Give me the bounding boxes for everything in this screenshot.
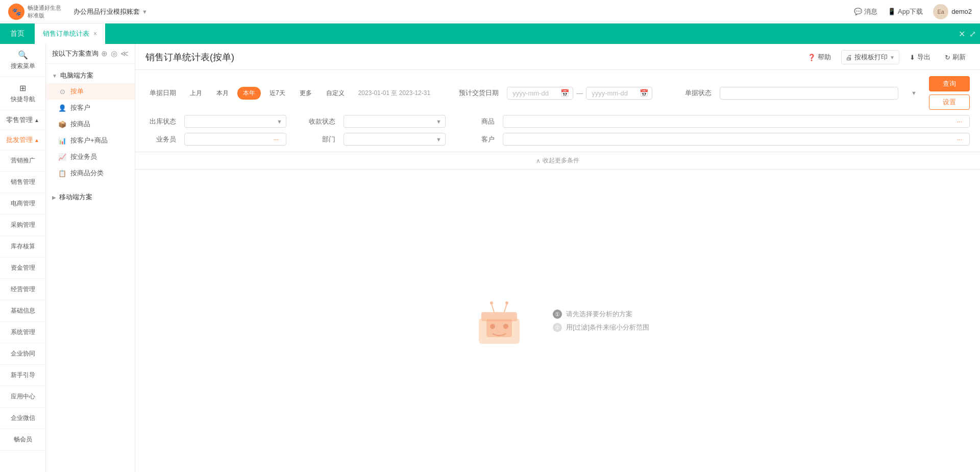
sidebar-item-wholesale[interactable]: 批发管理 ▲ (0, 130, 45, 150)
shipment-status-label: 出库状态 (145, 117, 176, 126)
filter-row-1: 单据日期 上月 本月 本年 近7天 更多 自定义 2023-01-01 至 20… (145, 76, 970, 110)
query-button[interactable]: 查询 (929, 76, 970, 91)
empty-tips: ① 请先选择要分析的方案 ② 用[过滤]条件来缩小分析范围 (553, 310, 649, 332)
sidebar-item-enterprise[interactable]: 企业协同 (0, 343, 45, 365)
sidebar-item-finance[interactable]: 资金管理 (0, 257, 45, 279)
help-button[interactable]: ❓ 帮助 (803, 51, 835, 64)
export-button[interactable]: ⬇ 导出 (905, 51, 935, 64)
svg-point-4 (503, 324, 508, 329)
date-range-separator: — (576, 89, 583, 97)
scheme-panel-title: 按以下方案查询 (52, 49, 99, 58)
tab-close-icon[interactable]: × (93, 31, 97, 37)
print-button[interactable]: 🖨 按模板打印 ▼ (841, 50, 899, 64)
department-select[interactable] (344, 133, 446, 146)
main-content: 销售订单统计表(按单) ❓ 帮助 🖨 按模板打印 ▼ ⬇ 导出 (135, 44, 980, 472)
tab-active[interactable]: 销售订单统计表 × (35, 23, 105, 44)
sidebar-item-marketing[interactable]: 营销推广 (0, 150, 45, 172)
window-close-icon[interactable]: ✕ (959, 29, 965, 39)
empty-tip-1: ① 请先选择要分析的方案 (553, 310, 649, 319)
sidebar-item-quicknav[interactable]: ⊞ 快捷导航 (0, 77, 45, 110)
scheme-item-customer[interactable]: 👤 按客户 (46, 100, 135, 116)
sidebar-item-ecom[interactable]: 电商管理 (0, 193, 45, 215)
message-icon: 💬 (854, 8, 862, 15)
date-filter-label: 单据日期 (145, 88, 176, 98)
logo-area: 🐾 畅捷通好生意 标准版 (8, 4, 61, 20)
date-range-text: 2023-01-01 至 2023-12-31 (358, 89, 430, 98)
this-month-btn[interactable]: 本月 (211, 87, 234, 100)
more-btn[interactable]: 更多 (294, 87, 317, 100)
filter-row-2: 出库状态 ▼ 收款状态 ▼ 商品 (145, 115, 970, 128)
settings-button[interactable]: 设置 (929, 95, 970, 110)
sidebar-item-appcenter[interactable]: 应用中心 (0, 386, 45, 408)
sidebar-item-retail[interactable]: 零售管理 ▲ (0, 110, 45, 130)
scheme-group-pc-header[interactable]: ▼ 电脑端方案 (46, 68, 135, 83)
sidebar-item-sales[interactable]: 销售管理 (0, 172, 45, 193)
scheme-item-salesperson[interactable]: 📈 按业务员 (46, 149, 135, 165)
scheme-item-goods[interactable]: 📦 按商品 (46, 116, 135, 132)
tip-number-2: ② (553, 323, 562, 332)
doc-status-select[interactable] (720, 87, 898, 100)
goods-scheme-icon: 📦 (58, 120, 66, 128)
shipment-status-select[interactable] (184, 115, 286, 128)
customer-select-wrapper[interactable]: ··· (503, 133, 970, 146)
svg-point-8 (505, 301, 508, 304)
avatar: Ea (933, 4, 948, 19)
logo-text: 畅捷通好生意 标准版 (28, 4, 61, 19)
empty-content: ① 请先选择要分析的方案 ② 用[过滤]条件来缩小分析范围 (466, 293, 649, 349)
salesperson-scheme-icon: 📈 (58, 153, 66, 161)
order-scheme-icon: ⊙ (58, 87, 66, 96)
scheme-group-mobile-header[interactable]: ▶ 移动端方案 (46, 190, 135, 205)
sidebar-item-inventory[interactable]: 库存核算 (0, 236, 45, 257)
sidebar-item-search[interactable]: 🔍 搜索菜单 (0, 44, 45, 77)
expected-date-group: 📅 — 📅 (507, 87, 652, 100)
message-nav-action[interactable]: 💬 消息 (854, 7, 877, 16)
refresh-button[interactable]: ↻ 刷新 (941, 51, 970, 64)
content-area: 按以下方案查询 ⊕ ◎ ≪ ▼ 电脑端方案 ⊙ 按单 👤 按客户 (46, 44, 980, 472)
tab-bar: 首页 销售订单统计表 × ✕ ⤢ (0, 23, 980, 44)
scheme-group-pc: ▼ 电脑端方案 ⊙ 按单 👤 按客户 📦 按商品 📊 按客户+商品 (46, 64, 135, 185)
sidebar-item-system[interactable]: 系统管理 (0, 322, 45, 343)
app-download-icon: 📱 (888, 8, 896, 15)
svg-point-6 (490, 301, 493, 304)
category-scheme-icon: 📋 (58, 169, 66, 177)
sidebar-item-ops[interactable]: 经营管理 (0, 279, 45, 300)
empty-svg (466, 293, 532, 349)
tab-home[interactable]: 首页 (0, 23, 35, 44)
expected-date-start-wrapper: 📅 (507, 87, 573, 100)
print-arrow-icon: ▼ (890, 55, 895, 60)
sidebar-item-basic[interactable]: 基础信息 (0, 300, 45, 322)
sidebar-item-newbie[interactable]: 新手引导 (0, 365, 45, 386)
app-download-nav-action[interactable]: 📱 App下载 (888, 7, 923, 16)
prev-month-btn[interactable]: 上月 (184, 87, 208, 100)
refresh-icon: ↻ (945, 54, 950, 61)
doc-status-dropdown-icon: ▼ (911, 90, 917, 96)
scheme-add-icon[interactable]: ⊕ (101, 49, 108, 58)
department-label: 部门 (305, 135, 335, 144)
custom-btn[interactable]: 自定义 (321, 87, 350, 100)
page-actions: ❓ 帮助 🖨 按模板打印 ▼ ⬇ 导出 ↻ 刷新 (803, 50, 970, 64)
company-selector[interactable]: 办公用品行业模拟账套 ▼ (69, 5, 152, 18)
scheme-item-customer-goods[interactable]: 📊 按客户+商品 (46, 132, 135, 149)
scheme-item-category[interactable]: 📋 按商品分类 (46, 165, 135, 181)
sidebar-item-wxenterprise[interactable]: 企业微信 (0, 408, 45, 429)
this-year-btn[interactable]: 本年 (237, 87, 261, 100)
scheme-settings-icon[interactable]: ◎ (111, 49, 117, 58)
customer-ellipsis-icon[interactable]: ··· (954, 135, 964, 143)
grid-icon: ⊞ (19, 83, 26, 93)
sidebar-item-vip[interactable]: 畅会员 (0, 429, 45, 451)
expected-date-end-wrapper: 📅 (586, 87, 652, 100)
salesperson-ellipsis-icon[interactable]: ··· (271, 135, 281, 143)
payment-status-select[interactable] (344, 115, 446, 128)
user-area[interactable]: Ea demo2 (933, 4, 972, 19)
collapse-bar[interactable]: ∧ 收起更多条件 (135, 152, 980, 170)
scheme-item-order[interactable]: ⊙ 按单 (46, 83, 135, 100)
goods-ellipsis-icon[interactable]: ··· (954, 117, 964, 125)
window-expand-icon[interactable]: ⤢ (969, 29, 976, 39)
scheme-collapse-icon[interactable]: ≪ (120, 49, 129, 58)
goods-select-wrapper[interactable]: ··· (503, 115, 970, 128)
salesperson-select-wrapper[interactable]: ··· (184, 133, 286, 146)
logo-icon: 🐾 (8, 4, 24, 20)
scheme-panel: 按以下方案查询 ⊕ ◎ ≪ ▼ 电脑端方案 ⊙ 按单 👤 按客户 (46, 44, 135, 472)
sidebar-item-purchase[interactable]: 采购管理 (0, 215, 45, 236)
last7-btn[interactable]: 近7天 (264, 87, 291, 100)
